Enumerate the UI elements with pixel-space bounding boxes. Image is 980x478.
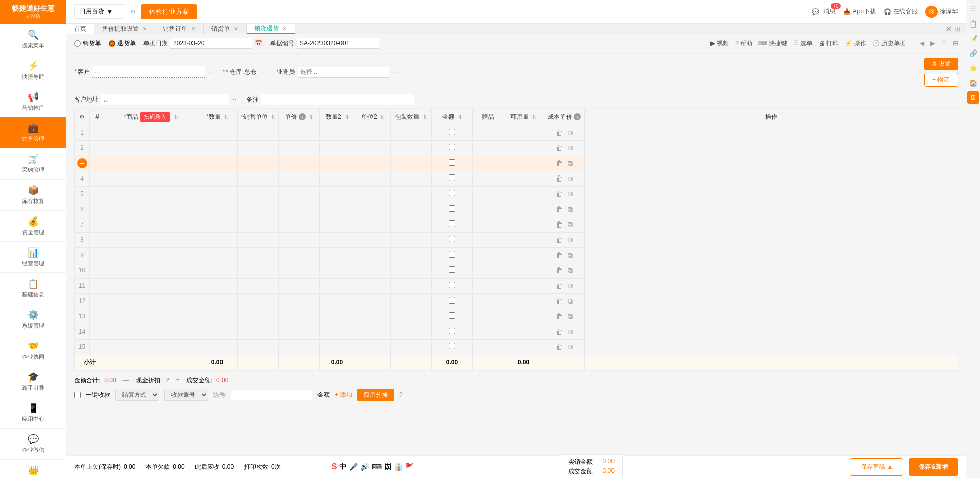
col-qty2[interactable]: 数量2 ⇅ — [320, 109, 355, 125]
remarks-input[interactable] — [261, 94, 414, 105]
save-draft-button[interactable]: 保存草稿 ▲ — [850, 458, 903, 476]
add-row-btn-cell[interactable]: + — [75, 156, 90, 171]
copy-row-2-button[interactable]: ⧉ — [567, 143, 574, 154]
settlement-select[interactable]: 结算方式 — [115, 389, 159, 401]
delete-row-12-button[interactable]: 🗑 — [555, 296, 564, 306]
row-3-gift[interactable] — [432, 156, 473, 171]
industry-selector[interactable]: 日用百货 ▼ — [74, 4, 125, 19]
col-product[interactable]: *商品 扫码录入 ⇅ — [105, 109, 197, 125]
right-panel-btn-4[interactable]: 🔗 — [967, 47, 979, 59]
row-1-amount[interactable] — [391, 125, 432, 140]
row-10-qty2[interactable] — [279, 263, 320, 278]
row-10-unit2[interactable] — [320, 263, 355, 278]
row-9-gift[interactable] — [432, 247, 473, 263]
row-3-qty[interactable] — [105, 156, 197, 171]
add-row-button[interactable]: + — [77, 158, 87, 168]
row-9-price[interactable] — [238, 247, 279, 263]
radio-sale-out[interactable]: 销货单 — [74, 39, 101, 48]
one-click-payment-checkbox[interactable] — [74, 392, 81, 398]
row-10-unit[interactable] — [197, 263, 238, 278]
gift-checkbox-4[interactable] — [449, 174, 455, 181]
row-8-amount[interactable] — [391, 232, 432, 247]
copy-row-6-button[interactable]: ⧉ — [567, 204, 574, 215]
row-14-cost-price[interactable] — [503, 324, 544, 339]
logistics-action-button[interactable]: + 物流 — [924, 73, 958, 87]
right-panel-btn-6[interactable]: 🏠 — [967, 77, 979, 89]
right-panel-btn-active[interactable]: 🖥 — [967, 91, 979, 104]
row-9-unit[interactable] — [197, 247, 238, 263]
tab-sale-out[interactable]: 销货单 × — [204, 24, 246, 34]
row-7-unit[interactable] — [197, 217, 238, 232]
row-9-qty[interactable] — [105, 247, 197, 263]
delete-row-2-button[interactable]: 🗑 — [555, 143, 564, 153]
gift-checkbox-15[interactable] — [449, 343, 455, 349]
row-14-product[interactable] — [90, 324, 105, 339]
radio-return[interactable]: 退货单 — [109, 39, 136, 48]
row-15-qty[interactable] — [105, 339, 197, 355]
copy-row-3-button[interactable]: ⧉ — [567, 158, 574, 169]
row-8-cost-price[interactable] — [503, 232, 544, 247]
row-4-product[interactable] — [90, 171, 105, 186]
payment-help-button[interactable]: ? — [399, 391, 403, 398]
right-panel-btn-2[interactable]: 📋 — [967, 17, 979, 30]
row-1-qty[interactable] — [105, 125, 197, 140]
row-6-available[interactable] — [473, 202, 503, 217]
salesperson-input[interactable] — [298, 67, 389, 78]
radio-return-input[interactable] — [109, 40, 115, 47]
row-5-amount[interactable] — [391, 186, 432, 202]
row-5-product[interactable] — [90, 186, 105, 202]
row-12-pack-qty[interactable] — [355, 293, 391, 309]
copy-row-15-button[interactable]: ⧉ — [567, 342, 574, 353]
tab-sale-return[interactable]: 销货退货 × — [247, 24, 295, 34]
right-panel-btn-5[interactable]: ⭐ — [967, 62, 979, 74]
row-15-pack-qty[interactable] — [355, 339, 391, 355]
row-12-price[interactable] — [238, 293, 279, 309]
copy-row-9-button[interactable]: ⧉ — [567, 250, 574, 261]
gift-checkbox-6[interactable] — [449, 205, 455, 212]
settings-action-button[interactable]: ⚙ 设置 — [924, 58, 958, 70]
row-8-qty2[interactable] — [279, 232, 320, 247]
delete-row-5-button[interactable]: 🗑 — [555, 189, 564, 199]
gift-checkbox-8[interactable] — [449, 236, 455, 242]
row-8-product[interactable] — [90, 232, 105, 247]
row-5-unit[interactable] — [197, 186, 238, 202]
gear-settings-icon[interactable]: ⚙ — [130, 8, 136, 15]
video-btn[interactable]: ▶ 视频 — [710, 39, 729, 48]
row-1-pack-qty[interactable] — [355, 125, 391, 140]
split-cost-button[interactable]: 费用分摊 — [357, 389, 394, 401]
row-10-pack-qty[interactable] — [355, 263, 391, 278]
row-14-available[interactable] — [473, 324, 503, 339]
gift-checkbox-7[interactable] — [449, 220, 455, 227]
row-7-amount[interactable] — [391, 217, 432, 232]
row-12-unit2[interactable] — [320, 293, 355, 309]
delete-row-4-button[interactable]: 🗑 — [555, 173, 564, 184]
gift-checkbox-9[interactable] — [449, 251, 455, 258]
row-7-unit2[interactable] — [320, 217, 355, 232]
history-btn[interactable]: 🕐 历史单据 — [872, 39, 906, 48]
sidebar-item-search[interactable]: 🔍 搜索菜单 — [0, 24, 66, 55]
row-12-amount[interactable] — [391, 293, 432, 309]
row-9-pack-qty[interactable] — [355, 247, 391, 263]
col-cost-price[interactable]: 成本单价 i — [544, 109, 585, 125]
sidebar-item-shortcut[interactable]: ⚡ 快捷导航 — [0, 55, 66, 86]
row-6-unit2[interactable] — [320, 202, 355, 217]
discount-info-icon[interactable]: ? — [166, 376, 169, 384]
row-6-price[interactable] — [238, 202, 279, 217]
delete-row-3-button[interactable]: 🗑 — [555, 158, 564, 168]
row-5-cost-price[interactable] — [503, 186, 544, 202]
row-14-qty2[interactable] — [279, 324, 320, 339]
delete-row-1-button[interactable]: 🗑 — [555, 128, 564, 138]
delete-row-9-button[interactable]: 🗑 — [555, 250, 564, 260]
copy-row-7-button[interactable]: ⧉ — [567, 219, 574, 230]
col-price[interactable]: 单价 i ⇅ — [279, 109, 320, 125]
warehouse-more-icon[interactable]: ··· — [261, 68, 266, 76]
product-sort-icon[interactable]: ⇅ — [174, 114, 178, 120]
row-1-available[interactable] — [473, 125, 503, 140]
col-gear[interactable]: ⚙ — [75, 109, 90, 125]
copy-row-8-button[interactable]: ⧉ — [567, 235, 574, 245]
row-9-product[interactable] — [90, 247, 105, 263]
row-14-pack-qty[interactable] — [355, 324, 391, 339]
app-download-area[interactable]: 📥 App下载 — [843, 7, 876, 16]
row-4-unit2[interactable] — [320, 171, 355, 186]
row-10-cost-price[interactable] — [503, 263, 544, 278]
